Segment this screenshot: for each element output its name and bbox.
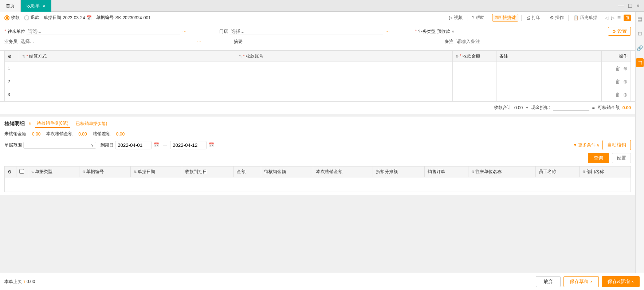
- cal-icon-end[interactable]: 📅: [209, 142, 214, 148]
- shortcut-btn[interactable]: ⌨ 快捷键: [492, 14, 518, 21]
- row3-account[interactable]: [236, 88, 452, 101]
- account-required: *: [243, 54, 245, 59]
- row2-account[interactable]: [236, 75, 452, 88]
- row1-copy-icon[interactable]: ⊕: [623, 66, 628, 71]
- auto-verify-button[interactable]: 自动核销: [602, 140, 631, 150]
- sidebar-expand-icon[interactable]: ⬚: [636, 58, 644, 67]
- summary-input[interactable]: [244, 38, 420, 45]
- row3-amount[interactable]: [452, 88, 496, 101]
- amount-required: *: [460, 54, 462, 59]
- available-label: 可核销金额: [598, 105, 620, 111]
- history-icon: 📋: [573, 15, 579, 20]
- query-button[interactable]: 查询: [588, 153, 609, 163]
- form-row-2: 业务员 ··· 摘要 备注: [4, 38, 631, 45]
- select-all-checkbox[interactable]: [19, 169, 24, 174]
- remarks-input[interactable]: [455, 38, 631, 45]
- discount-label: 现金折扣:: [531, 105, 550, 111]
- settings-button[interactable]: ⚙ 设置: [608, 27, 631, 36]
- sort-icon-1: ⇅: [22, 54, 25, 58]
- salesperson-more-icon[interactable]: ···: [196, 39, 202, 44]
- due-date-end-input[interactable]: [170, 141, 207, 149]
- date-range-select[interactable]: ∨: [23, 142, 96, 149]
- tab-current[interactable]: 收款单 ×: [21, 0, 51, 12]
- divider3: [521, 15, 522, 21]
- row2-amount[interactable]: [452, 75, 496, 88]
- window-minimize[interactable]: —: [617, 2, 625, 10]
- row2-copy-icon[interactable]: ⊕: [623, 79, 628, 85]
- row1-account[interactable]: [236, 62, 452, 75]
- salesperson-input[interactable]: [19, 38, 195, 45]
- row3-num: 3: [5, 88, 19, 101]
- row2-remarks[interactable]: [496, 75, 601, 88]
- print-btn[interactable]: 🖨 打印: [525, 14, 542, 21]
- vcol-dept: ⇅ 部门名称: [580, 166, 631, 177]
- col-settings-header[interactable]: ⚙: [5, 51, 19, 62]
- history-btn[interactable]: 📋 历史单据: [572, 14, 599, 21]
- grid-view-icon[interactable]: ⊞: [624, 15, 631, 21]
- due-date-start-input[interactable]: [115, 141, 152, 149]
- sidebar-image-icon[interactable]: ⊡: [636, 29, 644, 38]
- date-range-label: 单据范围: [4, 142, 22, 148]
- tab-pending[interactable]: 待核销单据(0笔): [35, 119, 70, 128]
- date-cal-icon[interactable]: 📅: [86, 15, 92, 20]
- more-filter-btn[interactable]: ▼ 更多条件 ∧: [573, 142, 600, 148]
- section-divider: [0, 114, 635, 117]
- verify-settings-button[interactable]: 设置: [612, 153, 631, 163]
- video-btn[interactable]: ▷ 视频: [448, 14, 464, 21]
- nav-next-icon[interactable]: ▷: [611, 15, 614, 20]
- verify-info-icon[interactable]: ℹ: [29, 121, 31, 126]
- store-more-icon[interactable]: ···: [385, 28, 390, 34]
- verify-filter-left: 单据范围 ∨ 到期日 📅 — 📅: [4, 141, 215, 149]
- row1-delete-icon[interactable]: 🗑: [615, 66, 620, 71]
- verify-filter-right: ▼ 更多条件 ∧ 自动核销: [573, 140, 631, 150]
- row1-amount[interactable]: [452, 62, 496, 75]
- vcol-checkbox[interactable]: [16, 166, 28, 177]
- row2-settlement[interactable]: [19, 75, 236, 88]
- save-new-button[interactable]: 保存&新增 ∧: [602, 276, 640, 287]
- row1-remarks[interactable]: [496, 62, 601, 75]
- divider6: [602, 15, 602, 21]
- discount-input[interactable]: [553, 105, 589, 111]
- save-draft-button[interactable]: 保存草稿 ∧: [564, 276, 599, 287]
- sidebar-table-icon[interactable]: ▤: [636, 15, 644, 23]
- footer-info-icon[interactable]: ℹ: [23, 279, 25, 284]
- tab-home[interactable]: 首页: [0, 0, 21, 12]
- store-input[interactable]: [229, 28, 383, 35]
- remarks-label: 备注: [445, 39, 453, 45]
- diff-value: 0.00: [116, 132, 125, 137]
- abandon-button[interactable]: 放弃: [536, 276, 561, 287]
- sidebar-link-icon[interactable]: 🔗: [635, 44, 644, 52]
- diff-label: 核销差额: [93, 131, 110, 137]
- tab-done[interactable]: 已核销单据(0笔): [74, 120, 109, 128]
- radio-receive[interactable]: 收款: [4, 15, 20, 21]
- cal-icon-start[interactable]: 📅: [154, 142, 159, 148]
- col-remarks-header: 备注: [496, 51, 601, 62]
- window-close[interactable]: ×: [635, 2, 641, 10]
- vcol-date: ⇅ 单据日期: [130, 166, 182, 177]
- counterpart-input[interactable]: [27, 28, 180, 35]
- row2-delete-icon[interactable]: 🗑: [615, 79, 620, 85]
- divider4: [545, 15, 545, 21]
- table-row: 1 🗑 ⊕: [5, 62, 631, 75]
- operation-btn[interactable]: ⚙ 操作: [548, 14, 565, 21]
- store-label: 门店: [219, 28, 228, 35]
- row3-delete-icon[interactable]: 🗑: [615, 92, 620, 98]
- counterpart-more-icon[interactable]: ···: [181, 28, 187, 34]
- vcol-settings[interactable]: ⚙: [5, 166, 16, 177]
- verify-header: 核销明细 ℹ 待核销单据(0笔) 已核销单据(0笔): [4, 119, 631, 128]
- row3-settlement[interactable]: [19, 88, 236, 101]
- window-maximize[interactable]: □: [627, 2, 633, 10]
- list-view-icon[interactable]: ≡: [617, 15, 621, 21]
- video-icon: ▷: [449, 15, 453, 20]
- row3-copy-icon[interactable]: ⊕: [623, 92, 628, 98]
- row3-remarks[interactable]: [496, 88, 601, 101]
- row1-settlement[interactable]: [19, 62, 236, 75]
- tab-close-icon[interactable]: ×: [43, 0, 46, 12]
- help-btn[interactable]: ? 帮助: [470, 14, 486, 21]
- row2-num: 2: [5, 75, 19, 88]
- verify-title: 核销明细: [4, 121, 25, 127]
- nav-prev-icon[interactable]: ◁: [605, 15, 608, 20]
- col-account-header: ⇅ * 收款账号: [236, 51, 452, 62]
- radio-refund[interactable]: 退款: [24, 15, 39, 21]
- business-type-chevron[interactable]: ∨: [452, 30, 454, 34]
